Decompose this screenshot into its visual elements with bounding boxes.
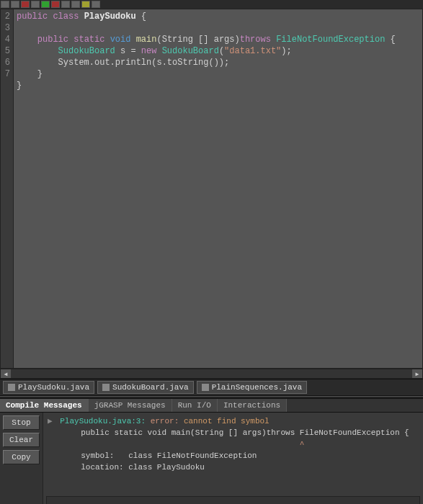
message-tab-bar: Compile Messages jGRASP Messages Run I/O…: [0, 399, 423, 413]
brace: {: [141, 12, 146, 22]
operator: =: [130, 46, 135, 56]
compile-output[interactable]: ▶ PlaySudoku.java:3: error: cannot find …: [43, 413, 423, 504]
type-name: SudokuBoard: [58, 46, 115, 56]
keyword: class: [53, 12, 79, 22]
type-name: FileNotFoundException: [276, 35, 385, 45]
file-tab-label: PlaySudoku.java: [18, 383, 89, 392]
error-file: PlaySudoku.java:3:: [60, 417, 146, 426]
java-file-icon: [8, 384, 15, 391]
toolbar-button[interactable]: [81, 1, 90, 8]
string-literal: "data1.txt": [224, 46, 281, 56]
error-symbol-value: class FileNotFoundException: [114, 451, 257, 460]
line-number: 3: [1, 22, 10, 34]
paren: );: [281, 46, 291, 56]
java-file-icon: [102, 384, 110, 391]
play-icon: ▶: [48, 417, 53, 426]
brace: {: [391, 35, 396, 45]
keyword: static: [74, 35, 104, 45]
code-content[interactable]: public class PlaySudoku { public static …: [14, 9, 422, 368]
keyword: public: [37, 35, 68, 45]
message-panel: Stop Clear Copy ▶ PlaySudoku.java:3: err…: [0, 413, 423, 504]
method-name: main: [136, 35, 157, 45]
error-symbol-label: symbol:: [81, 451, 114, 460]
line-number: 4: [1, 34, 10, 45]
file-tab-playsudoku[interactable]: PlaySudoku.java: [3, 381, 94, 394]
keyword: void: [110, 35, 131, 45]
toolbar-button[interactable]: [1, 1, 9, 8]
file-tab-label: SudokuBoard.java: [112, 383, 189, 392]
toolbar-button[interactable]: [92, 1, 100, 8]
scroll-left-icon[interactable]: ◀: [1, 369, 11, 378]
line-number: 7: [1, 68, 10, 80]
class-name: PlaySudoku: [84, 12, 136, 22]
keyword: throws: [240, 35, 271, 45]
line-number: 2: [1, 11, 10, 22]
console-horizontal-scrollbar[interactable]: ◀ ▶: [46, 496, 420, 504]
editor-horizontal-scrollbar[interactable]: ◀ ▶: [0, 369, 423, 379]
brace: }: [37, 69, 43, 79]
java-file-icon: [202, 384, 209, 391]
constructor: SudokuBoard: [162, 46, 219, 56]
error-keyword: error:: [151, 417, 179, 426]
toolbar-button[interactable]: [31, 1, 40, 8]
tab-compile-messages[interactable]: Compile Messages: [0, 399, 89, 412]
file-tab-label: PlainSequences.java: [212, 383, 302, 392]
variable: s: [120, 46, 125, 56]
tab-interactions[interactable]: Interactions: [218, 399, 287, 412]
toolbar-button[interactable]: [71, 1, 80, 8]
stop-button[interactable]: Stop: [3, 415, 40, 430]
copy-button[interactable]: Copy: [3, 450, 40, 464]
line-number: 6: [1, 57, 10, 68]
message-button-column: Stop Clear Copy: [0, 413, 43, 504]
file-tab-bar: PlaySudoku.java SudokuBoard.java PlainSe…: [0, 379, 423, 396]
file-tab-sudokuboard[interactable]: SudokuBoard.java: [97, 381, 194, 394]
toolbar-button[interactable]: [41, 1, 50, 8]
error-caret: ^: [48, 440, 304, 449]
paren: (: [219, 46, 224, 56]
error-location-label: location:: [81, 463, 123, 472]
error-source-line: public static void main(String [] args)t…: [48, 428, 409, 437]
toolbar-button[interactable]: [11, 1, 19, 8]
keyword: public: [17, 12, 48, 22]
code-editor[interactable]: 2 3 4 5 6 7 public class PlaySudoku { pu…: [0, 9, 423, 369]
toolbar-strip: [0, 0, 423, 9]
error-message: cannot find symbol: [184, 417, 270, 426]
line-number: 5: [1, 45, 10, 57]
statement: System.out.println(s.toString());: [58, 58, 230, 68]
tab-run-io[interactable]: Run I/O: [172, 399, 218, 412]
toolbar-button[interactable]: [51, 1, 60, 8]
clear-button[interactable]: Clear: [3, 433, 40, 447]
file-tab-plainsequences[interactable]: PlainSequences.java: [197, 381, 307, 394]
error-location-value: class PlaySudoku: [124, 463, 205, 472]
keyword: new: [141, 46, 157, 56]
tab-jgrasp-messages[interactable]: jGRASP Messages: [89, 399, 172, 412]
scroll-right-icon[interactable]: ▶: [412, 369, 422, 378]
toolbar-button[interactable]: [21, 1, 30, 8]
line-gutter: 2 3 4 5 6 7: [1, 9, 14, 368]
brace: }: [17, 81, 22, 91]
params: (String [] args): [156, 35, 239, 45]
toolbar-button[interactable]: [61, 1, 70, 8]
